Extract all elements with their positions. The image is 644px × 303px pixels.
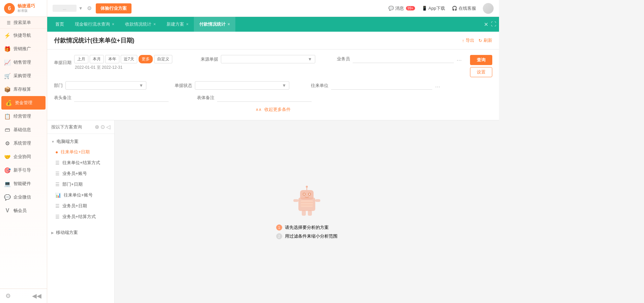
collapse-sidebar-icon[interactable]: ◀◀ (32, 292, 41, 300)
tab-receivable-label: 收款情况统计 (125, 21, 151, 27)
tab-bar: 首页 现金银行流水查询 × 收款情况统计 × 新建方案 × 付款情况统计 × ✕… (47, 17, 499, 32)
scheme-group-desktop-title[interactable]: ▼ 电脑端方案 (47, 137, 114, 147)
scheme-item-dept-date[interactable]: ☰ 部门+日期 (47, 179, 114, 190)
settings-button[interactable]: 设置 (470, 67, 492, 77)
export-icon: ↑ (462, 38, 464, 43)
header-note-input[interactable] (74, 94, 169, 102)
sidebar-logo: 6 畅捷通巧 标准版 (0, 0, 47, 17)
scheme-item-unit-account[interactable]: 📊 往来单位+账号 (47, 190, 114, 201)
sidebar-item-sales[interactable]: 📈 销售管理 (0, 56, 47, 69)
tab-new-plan[interactable]: 新建方案 × (161, 17, 194, 32)
tab-receivable[interactable]: 收款情况统计 × (120, 17, 161, 32)
svg-point-7 (306, 186, 308, 188)
sidebar-item-capital[interactable]: 💰 资金管理 (1, 96, 46, 110)
experience-btn[interactable]: 体验行业方案 (96, 3, 131, 13)
sidebar-item-hardware[interactable]: 💻 智能硬件 (0, 177, 47, 190)
scheme-item-staff-date[interactable]: ☰ 业务员+日期 (47, 201, 114, 211)
date-btn-more[interactable]: 更多 (139, 55, 153, 63)
counterpart-input[interactable] (331, 82, 432, 90)
tab-bank-flow-label: 现金银行流水查询 (75, 21, 110, 27)
svg-rect-1 (300, 190, 314, 200)
tab-payment-stat-close[interactable]: × (228, 22, 230, 27)
online-service-label: 在线客服 (459, 5, 476, 11)
date-btn-last-month[interactable]: 上月 (74, 55, 88, 63)
sidebar-item-enterprise[interactable]: 🤝 企业协同 (0, 150, 47, 163)
sidebar-item-inventory[interactable]: 📦 库存核算 (0, 83, 47, 96)
staff-date-label: 业务员+日期 (62, 203, 87, 209)
search-menu-item[interactable]: ☰ 搜索菜单 (0, 17, 47, 29)
query-button[interactable]: 查询 (470, 55, 492, 65)
sidebar-item-newbie[interactable]: 🎯 新手引导 (0, 163, 47, 177)
sidebar-item-basic[interactable]: 🗃 基础信息 (0, 123, 47, 137)
purchase-icon: 🛒 (4, 72, 11, 79)
sidebar-item-inventory-label: 库存核算 (13, 86, 31, 92)
scheme-panel-title: 按以下方案查询 (51, 124, 82, 130)
tab-payment-stat[interactable]: 付款情况统计 × (194, 17, 235, 32)
tab-payment-stat-label: 付款情况统计 (199, 21, 226, 27)
refresh-button[interactable]: ↻ 刷新 (478, 37, 492, 43)
quick-nav-icon: ⚡ (4, 32, 11, 39)
export-button[interactable]: ↑ 导出 (462, 37, 474, 43)
salesperson-input[interactable] (353, 55, 454, 63)
scheme-collapse-icon[interactable]: ◁ (106, 124, 110, 130)
tab-close-all-icon[interactable]: ✕ (484, 21, 488, 28)
date-btn-this-year[interactable]: 本年 (105, 55, 119, 63)
scheme-add-icon[interactable]: ⊕ (95, 124, 99, 130)
scheme-item-unit-settle[interactable]: ☰ 往来单位+结算方式 (47, 157, 114, 168)
sidebar-item-wechat[interactable]: 💬 企业微信 (0, 190, 47, 204)
sidebar-item-marketing[interactable]: 🎁 营销推广 (0, 42, 47, 56)
staff-settle-icon: ☰ (55, 214, 60, 219)
user-avatar[interactable] (483, 3, 494, 14)
mobile-group-arrow: ▶ (51, 231, 54, 235)
tab-bank-flow[interactable]: 现金银行流水查询 × (69, 17, 120, 32)
message-icon: 💬 (388, 6, 394, 11)
scheme-item-staff-account[interactable]: ☰ 业务员+账号 (47, 168, 114, 179)
step-2-num: 2 (276, 233, 282, 239)
date-btn-last-7-days[interactable]: 近7天 (121, 55, 137, 63)
scheme-settings-icon[interactable]: ⊙ (100, 124, 105, 130)
salesperson-filter-label: 业务员 (337, 56, 350, 62)
settings-bottom-icon[interactable]: ⚙ (5, 292, 11, 300)
notifications-item[interactable]: 💬 消息 99+ (388, 5, 415, 11)
tab-bank-flow-close[interactable]: × (112, 22, 114, 27)
sidebar-item-operation[interactable]: 📋 经营管理 (0, 110, 47, 123)
sidebar-item-purchase[interactable]: 🛒 采购管理 (0, 69, 47, 83)
dept-select[interactable]: ▼ (65, 81, 146, 90)
sidebar-item-quick-nav[interactable]: ⚡ 快捷导航 (0, 29, 47, 42)
collapse-bar[interactable]: ∧∧ 收起更多条件 (54, 104, 492, 115)
scheme-group-mobile-title[interactable]: ▶ 移动端方案 (47, 228, 114, 238)
app-download-item[interactable]: 📱 App下载 (422, 5, 445, 11)
tab-receivable-close[interactable]: × (153, 22, 156, 27)
date-btn-this-month[interactable]: 本月 (90, 55, 104, 63)
empty-step-1: 1 请先选择要分析的方案 (276, 224, 338, 231)
dept-date-label: 部门+日期 (62, 181, 83, 187)
body-note-input[interactable] (217, 94, 312, 102)
tab-new-plan-close[interactable]: × (186, 22, 188, 27)
salesperson-filter-group: 业务员 … (337, 55, 462, 63)
logo-icon: 6 (4, 3, 15, 14)
address-dropdown-icon[interactable]: ▼ (79, 6, 83, 11)
scheme-item-unit-date[interactable]: ● 往来单位+日期 (47, 147, 114, 157)
staff-account-label: 业务员+账号 (62, 171, 87, 177)
sidebar-item-quick-nav-label: 快捷导航 (13, 32, 31, 38)
collapse-icon: ∧∧ (256, 107, 262, 112)
sidebar-item-system[interactable]: ⚙ 系统管理 (0, 137, 47, 150)
tab-fullscreen-icon[interactable]: ⛶ (491, 21, 496, 27)
doc-status-select[interactable]: ▼ (195, 81, 289, 90)
salesperson-dots[interactable]: … (457, 56, 462, 62)
online-service-item[interactable]: 🎧 在线客服 (452, 5, 476, 11)
doc-status-select-arrow: ▼ (282, 83, 286, 88)
app-icon: 📱 (422, 6, 427, 11)
sidebar-item-enterprise-label: 企业协同 (13, 154, 31, 160)
source-select[interactable]: ▼ (221, 55, 315, 63)
topbar-right: 💬 消息 99+ 📱 App下载 🎧 在线客服 (388, 3, 494, 14)
salesperson-filter-row: … (353, 55, 462, 63)
date-btn-custom[interactable]: 自定义 (154, 55, 172, 63)
counterpart-dots[interactable]: … (435, 83, 440, 89)
topbar-gear-icon[interactable]: ⚙ (87, 5, 92, 11)
scheme-item-staff-settle[interactable]: ☰ 业务员+结算方式 (47, 211, 114, 222)
content-body: 按以下方案查询 ⊕ ⊙ ◁ ▼ 电脑端方案 ● 往来单位+日期 (47, 120, 499, 303)
sidebar-item-member[interactable]: V 畅会员 (0, 204, 47, 217)
tab-home[interactable]: 首页 (50, 17, 69, 32)
filter-row-1: 单据日期 上月 本月 本年 近7天 更多 自定义 2022-01-01 至 20… (54, 55, 492, 77)
